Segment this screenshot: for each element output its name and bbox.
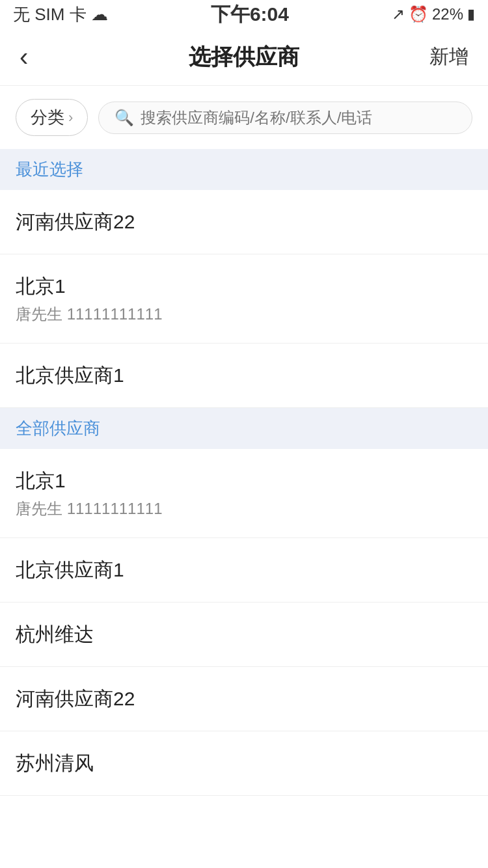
item-name: 河南供应商22 (16, 208, 472, 236)
item-name: 北京供应商1 (16, 556, 472, 584)
category-filter-button[interactable]: 分类 › (16, 99, 88, 136)
all-items-list: 北京1唐先生 11111111111北京供应商1杭州维达河南供应商22苏州清风 (0, 449, 488, 796)
search-area: 分类 › 🔍 (0, 86, 488, 149)
list-item[interactable]: 北京供应商1 (0, 344, 488, 408)
status-time: 下午6:04 (211, 1, 289, 28)
list-item[interactable]: 北京供应商1 (0, 538, 488, 603)
search-icon: 🔍 (115, 109, 134, 127)
new-button[interactable]: 新增 (429, 44, 468, 70)
item-name: 北京1 (16, 273, 472, 300)
list-item[interactable]: 苏州清风 (0, 731, 488, 796)
category-label: 分类 (31, 106, 64, 129)
item-name: 杭州维达 (16, 621, 472, 648)
battery-level: 22% (432, 5, 463, 23)
status-right: ↗ ⏰ 22% ▮ (392, 5, 475, 23)
item-name: 北京供应商1 (16, 362, 472, 389)
back-button[interactable]: ‹ (20, 42, 59, 72)
alarm-icon: ⏰ (409, 5, 428, 23)
nav-bar: ‹ 选择供应商 新增 (0, 29, 488, 86)
sim-status: 无 SIM 卡 ☁ (13, 3, 108, 26)
list-item[interactable]: 河南供应商22 (0, 190, 488, 254)
status-left: 无 SIM 卡 ☁ (13, 3, 108, 26)
item-name: 苏州清风 (16, 750, 472, 777)
item-sub: 唐先生 11111111111 (16, 498, 472, 519)
item-name: 河南供应商22 (16, 685, 472, 712)
search-input-wrap: 🔍 (98, 102, 472, 134)
search-input[interactable] (141, 109, 456, 127)
page-title: 选择供应商 (189, 42, 299, 72)
battery-icon: ▮ (467, 6, 475, 23)
list-item[interactable]: 北京1唐先生 11111111111 (0, 449, 488, 538)
status-bar: 无 SIM 卡 ☁ 下午6:04 ↗ ⏰ 22% ▮ (0, 0, 488, 29)
item-name: 北京1 (16, 467, 472, 495)
location-icon: ↗ (392, 5, 405, 23)
item-sub: 唐先生 11111111111 (16, 304, 472, 325)
list-item[interactable]: 河南供应商22 (0, 667, 488, 731)
list-item[interactable]: 北京1唐先生 11111111111 (0, 254, 488, 344)
all-section-header: 全部供应商 (0, 408, 488, 449)
chevron-right-icon: › (68, 109, 73, 126)
list-item[interactable]: 杭州维达 (0, 603, 488, 667)
recent-section-header: 最近选择 (0, 149, 488, 190)
recent-items-list: 河南供应商22北京1唐先生 11111111111北京供应商1 (0, 190, 488, 408)
